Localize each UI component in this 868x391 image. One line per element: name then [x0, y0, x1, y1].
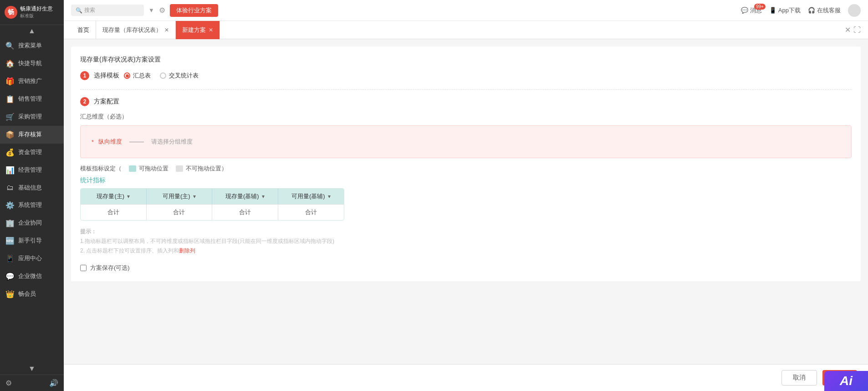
sidebar-item-label: 基础信息: [18, 184, 42, 192]
dimension-placeholder: 请选择分组维度: [151, 138, 193, 146]
step2-body: 汇总维度（必选） * 纵向维度 —— 请选择分组维度 模板指标设定（ 可拖动位置: [80, 113, 852, 255]
dropdown-icon[interactable]: ▼: [148, 7, 154, 14]
sidebar-item-appcenter[interactable]: 📱 应用中心: [0, 250, 64, 268]
sidebar-item-system[interactable]: ⚙️ 系统管理: [0, 196, 64, 214]
search-placeholder: 搜索: [84, 6, 95, 14]
close-panel-button[interactable]: ✕: [845, 26, 851, 34]
metrics-title: 统计指标: [80, 176, 852, 185]
sidebar-item-sales[interactable]: 📋 销售管理: [0, 90, 64, 108]
tip-line-1: 1.拖动标题栏可以调整布局，不可跨维度或指标区域拖拉栏目字段(只能在同一维度或指…: [80, 237, 852, 245]
sidebar-item-basic[interactable]: 🗂 基础信息: [0, 179, 64, 196]
radio-summary[interactable]: 汇总表: [124, 72, 151, 80]
inventory-icon: 📦: [5, 130, 15, 139]
online-service-label: 在线客服: [817, 6, 841, 15]
template-radio-group: 汇总表 交叉统计表: [124, 72, 199, 80]
metrics-table-body: 合计 合计 合计 合计: [81, 204, 344, 220]
nodrag-indicator: 不可拖动位置）: [176, 165, 227, 173]
sidebar-item-label: 应用中心: [18, 254, 42, 262]
sidebar-scroll-up[interactable]: ▲: [0, 25, 64, 37]
trial-button[interactable]: 体验行业方案: [170, 4, 218, 17]
col-header-1-label: 可用量(主): [163, 192, 190, 201]
sidebar-item-inventory[interactable]: 📦 库存核算: [0, 126, 64, 144]
sidebar-logo: 畅 畅康通好生意 标准版: [0, 0, 64, 25]
chevron-down-icon: ▾: [328, 193, 331, 200]
basic-icon: 🗂: [5, 184, 15, 192]
col-header-2[interactable]: 现存量(基辅) ▾: [212, 189, 278, 204]
sidebar-item-newguide[interactable]: 🆕 新手引导: [0, 232, 64, 250]
sidebar-item-member[interactable]: 👑 畅会员: [0, 285, 64, 303]
phone-icon: 📱: [769, 7, 776, 14]
radio-cross-dot: [160, 72, 166, 79]
sidebar-item-enterprise[interactable]: 🏢 企业协同: [0, 214, 64, 232]
expand-panel-button[interactable]: ⛶: [853, 26, 861, 34]
tip-1-text: 1.拖动标题栏可以调整布局，不可跨维度或指标区域拖拉栏目字段(只能在同一维度或指…: [80, 238, 334, 244]
speaker-icon[interactable]: 🔊: [49, 379, 58, 387]
topbar: 🔍 搜索 ▼ ⚙ 体验行业方案 💬 消息 99+ 📱 App下载 🎧 在线客服: [64, 0, 868, 21]
sidebar-item-quicknav[interactable]: 🏠 快捷导航: [0, 55, 64, 72]
app-edition: 标准版: [20, 13, 53, 19]
message-button[interactable]: 💬 消息 99+: [741, 6, 762, 15]
topbar-left: 🔍 搜索 ▼ ⚙ 体验行业方案: [71, 4, 218, 17]
cell-0: 合计: [81, 204, 147, 220]
col-header-0-label: 现存量(主): [97, 192, 124, 201]
tab-new-scheme-label: 新建方案: [182, 26, 206, 34]
user-avatar[interactable]: [848, 4, 861, 17]
sidebar-item-purchase[interactable]: 🛒 采购管理: [0, 108, 64, 126]
app-download-button[interactable]: 📱 App下载: [769, 6, 801, 15]
sidebar-item-finance[interactable]: 💰 资金管理: [0, 144, 64, 161]
search-icon: 🔍: [5, 41, 15, 50]
col-header-3[interactable]: 可用量(基辅) ▾: [278, 189, 344, 204]
step2-num: 2: [80, 97, 89, 106]
cancel-button[interactable]: 取消: [781, 370, 817, 386]
dimension-box: * 纵向维度 —— 请选择分组维度: [80, 125, 852, 158]
sidebar-item-label: 企业微信: [18, 272, 42, 280]
gear-icon[interactable]: ⚙: [159, 6, 165, 15]
sidebar-item-search[interactable]: 🔍 搜索菜单: [0, 37, 64, 55]
ai-label: Ai: [840, 374, 853, 388]
tab-inventory-status[interactable]: 现存量（库存状况表） ✕: [96, 21, 176, 39]
tab-new-scheme-close[interactable]: ✕: [209, 27, 213, 33]
step-divider: [80, 89, 852, 90]
tab-new-scheme[interactable]: 新建方案 ✕: [176, 21, 220, 39]
sidebar-item-operations[interactable]: 📊 经营管理: [0, 161, 64, 179]
tab-home[interactable]: 首页: [71, 21, 96, 39]
sidebar-item-label: 经营管理: [18, 166, 42, 174]
tab-right-controls: ✕ ⛶: [220, 26, 861, 34]
sidebar-item-marketing[interactable]: 🎁 营销推广: [0, 72, 64, 90]
wechat-icon: 💬: [5, 272, 15, 281]
dimension-label: 汇总维度（必选）: [80, 113, 852, 121]
step1-title: 选择模板: [94, 72, 119, 80]
search-box[interactable]: 🔍 搜索: [71, 5, 144, 16]
save-checkbox[interactable]: [80, 265, 87, 271]
sidebar-item-label: 采购管理: [18, 113, 42, 121]
sidebar: 畅 畅康通好生意 标准版 ▲ 🔍 搜索菜单 🏠 快捷导航 🎁 营销推广 📋 销售…: [0, 0, 64, 391]
app-download-label: App下载: [778, 6, 801, 15]
sidebar-item-wechat[interactable]: 💬 企业微信: [0, 268, 64, 285]
cell-1: 合计: [147, 204, 213, 220]
sidebar-nav: 🔍 搜索菜单 🏠 快捷导航 🎁 营销推广 📋 销售管理 🛒 采购管理 📦 库存核…: [0, 37, 64, 363]
sidebar-item-label: 快捷导航: [18, 59, 42, 67]
sidebar-item-label: 畅会员: [18, 290, 36, 298]
col-header-0[interactable]: 现存量(主) ▾: [81, 189, 147, 204]
radio-cross[interactable]: 交叉统计表: [160, 72, 199, 80]
settings-icon[interactable]: ⚙: [5, 379, 12, 387]
footer-bar: 取消 查询: [64, 364, 868, 391]
metrics-label-row: 模板指标设定（ 可拖动位置 不可拖动位置）: [80, 165, 852, 173]
col-header-1[interactable]: 可用量(主) ▾: [147, 189, 213, 204]
content-area: 现存量(库存状况表)方案设置 1 选择模板 汇总表 交叉统计表: [64, 39, 868, 364]
main-area: 🔍 搜索 ▼ ⚙ 体验行业方案 💬 消息 99+ 📱 App下载 🎧 在线客服: [64, 0, 868, 391]
tab-inventory-close[interactable]: ✕: [164, 27, 169, 33]
sidebar-item-label: 新手引导: [18, 237, 42, 245]
metrics-label-text: 模板指标设定（: [80, 165, 122, 173]
sidebar-item-label: 企业协同: [18, 219, 42, 227]
save-label: 方案保存(可选): [90, 264, 130, 272]
guide-icon: 🆕: [5, 237, 15, 245]
nodrag-box: [176, 165, 183, 172]
drag-indicator: 可拖动位置: [129, 165, 168, 173]
topbar-right: 💬 消息 99+ 📱 App下载 🎧 在线客服: [741, 4, 861, 17]
online-service-button[interactable]: 🎧 在线客服: [808, 6, 841, 15]
sidebar-scroll-down[interactable]: ▼: [0, 363, 64, 375]
member-icon: 👑: [5, 290, 15, 298]
col-header-3-label: 可用量(基辅): [291, 192, 325, 201]
page-title: 现存量(库存状况表)方案设置: [80, 56, 852, 64]
